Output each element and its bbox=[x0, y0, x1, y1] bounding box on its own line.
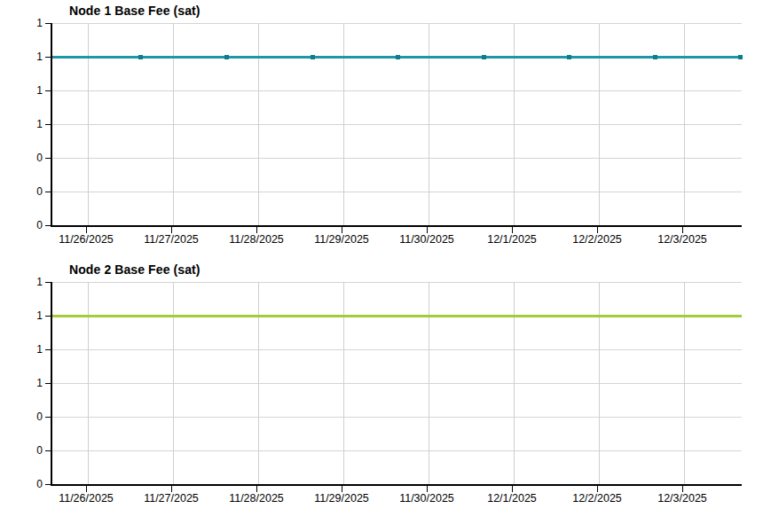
x-axis-tick bbox=[597, 486, 598, 492]
y-axis-tick bbox=[45, 383, 51, 384]
grid-line-vertical bbox=[88, 23, 89, 225]
x-axis-label: 11/30/2025 bbox=[384, 233, 469, 246]
x-axis-label: 11/30/2025 bbox=[384, 492, 469, 505]
x-axis-tick bbox=[256, 227, 257, 233]
x-axis-label: 11/28/2025 bbox=[214, 233, 299, 246]
chart-title: Node 1 Base Fee (sat) bbox=[69, 4, 201, 18]
y-axis-tick bbox=[45, 349, 51, 350]
y-axis-label: 1 bbox=[0, 83, 43, 98]
data-point-marker bbox=[138, 55, 143, 59]
y-axis-tick bbox=[45, 57, 51, 58]
base-fee-chart-node-2: Node 2 Base Fee (sat) 111100011/26/20251… bbox=[0, 259, 763, 518]
grid-line-vertical bbox=[684, 282, 685, 484]
x-axis-tick bbox=[427, 227, 428, 233]
y-axis-label: 1 bbox=[0, 50, 43, 64]
grid-line-vertical bbox=[599, 282, 600, 484]
y-axis-label: 1 bbox=[0, 275, 43, 289]
grid-line-vertical bbox=[343, 282, 344, 484]
plot-area bbox=[51, 282, 742, 486]
grid-line-vertical bbox=[429, 282, 429, 484]
x-axis-tick bbox=[171, 227, 172, 233]
y-axis-label: 0 bbox=[0, 410, 43, 424]
x-axis-tick bbox=[86, 486, 87, 492]
x-axis-tick bbox=[171, 486, 172, 492]
y-axis-label: 0 bbox=[0, 151, 43, 165]
x-axis-label: 12/1/2025 bbox=[469, 492, 555, 505]
y-axis-tick bbox=[45, 158, 51, 159]
grid-line-horizontal bbox=[52, 383, 742, 384]
y-axis-label: 1 bbox=[0, 342, 43, 356]
data-point-marker bbox=[482, 55, 486, 59]
grid-line-vertical bbox=[258, 23, 259, 225]
x-axis-label: 12/2/2025 bbox=[555, 233, 640, 246]
y-axis-label: 0 bbox=[0, 218, 43, 232]
x-axis-tick bbox=[342, 486, 342, 492]
grid-line-vertical bbox=[343, 23, 344, 225]
x-axis-tick bbox=[597, 227, 598, 233]
x-axis-label: 11/26/2025 bbox=[43, 492, 129, 505]
y-axis-tick bbox=[45, 316, 51, 317]
x-axis-label: 12/3/2025 bbox=[640, 492, 725, 505]
x-axis-tick bbox=[427, 486, 428, 492]
y-axis-tick bbox=[45, 450, 51, 451]
x-axis-label: 11/27/2025 bbox=[129, 233, 214, 246]
x-axis-tick bbox=[342, 227, 342, 233]
x-axis-label: 11/26/2025 bbox=[43, 233, 129, 246]
x-axis-label: 12/2/2025 bbox=[555, 492, 640, 505]
grid-line-horizontal bbox=[52, 450, 742, 451]
data-point-marker bbox=[738, 55, 743, 59]
plot-area bbox=[51, 23, 742, 227]
y-axis-tick bbox=[45, 23, 51, 24]
y-axis-label: 1 bbox=[0, 16, 43, 30]
y-axis-tick bbox=[45, 90, 51, 91]
data-point-marker bbox=[396, 55, 400, 59]
x-axis-label: 11/27/2025 bbox=[129, 492, 214, 505]
y-axis-tick bbox=[45, 192, 51, 192]
x-axis-label: 12/3/2025 bbox=[640, 233, 725, 246]
grid-line-vertical bbox=[514, 23, 515, 225]
grid-line-horizontal bbox=[52, 349, 742, 350]
grid-line-vertical bbox=[88, 282, 89, 484]
grid-line-vertical bbox=[514, 282, 515, 484]
y-axis-tick bbox=[45, 484, 51, 485]
data-point-marker bbox=[653, 55, 657, 59]
grid-line-horizontal bbox=[52, 90, 742, 91]
grid-line-horizontal bbox=[52, 192, 742, 192]
data-point-marker bbox=[224, 55, 229, 59]
base-fee-chart-node-1: Node 1 Base Fee (sat) 111100011/26/20251… bbox=[0, 0, 763, 259]
grid-line-horizontal bbox=[52, 417, 742, 418]
data-point-marker bbox=[567, 55, 571, 59]
x-axis-tick bbox=[86, 227, 87, 233]
grid-line-vertical bbox=[684, 23, 685, 225]
y-axis-label: 1 bbox=[0, 117, 43, 131]
grid-line-vertical bbox=[173, 282, 174, 484]
x-axis-label: 12/1/2025 bbox=[469, 233, 555, 246]
y-axis-label: 1 bbox=[0, 376, 43, 390]
x-axis-tick bbox=[512, 486, 513, 492]
y-axis-tick bbox=[45, 282, 51, 283]
data-point-marker bbox=[311, 55, 315, 59]
y-axis-label: 1 bbox=[0, 309, 43, 323]
y-axis-tick bbox=[45, 124, 51, 125]
x-axis-tick bbox=[512, 227, 513, 233]
y-axis-label: 0 bbox=[0, 184, 43, 199]
dashboard-canvas: { "style_colors": { "axis": "#000000", "… bbox=[0, 0, 763, 532]
y-axis-label: 0 bbox=[0, 443, 43, 458]
x-axis-tick bbox=[256, 486, 257, 492]
grid-line-horizontal bbox=[52, 158, 742, 159]
grid-line-horizontal bbox=[52, 282, 742, 283]
x-axis-label: 11/29/2025 bbox=[299, 233, 384, 246]
grid-line-vertical bbox=[429, 23, 429, 225]
grid-line-vertical bbox=[599, 23, 600, 225]
y-axis-tick bbox=[45, 225, 51, 226]
x-axis-label: 11/28/2025 bbox=[214, 492, 299, 505]
grid-line-horizontal bbox=[52, 124, 742, 125]
grid-line-horizontal bbox=[52, 23, 742, 24]
x-axis-label: 11/29/2025 bbox=[299, 492, 384, 505]
data-line bbox=[52, 315, 742, 317]
y-axis-label: 0 bbox=[0, 477, 43, 491]
x-axis-tick bbox=[682, 486, 683, 492]
x-axis-tick bbox=[682, 227, 683, 233]
chart-title: Node 2 Base Fee (sat) bbox=[69, 262, 201, 277]
grid-line-vertical bbox=[173, 23, 174, 225]
